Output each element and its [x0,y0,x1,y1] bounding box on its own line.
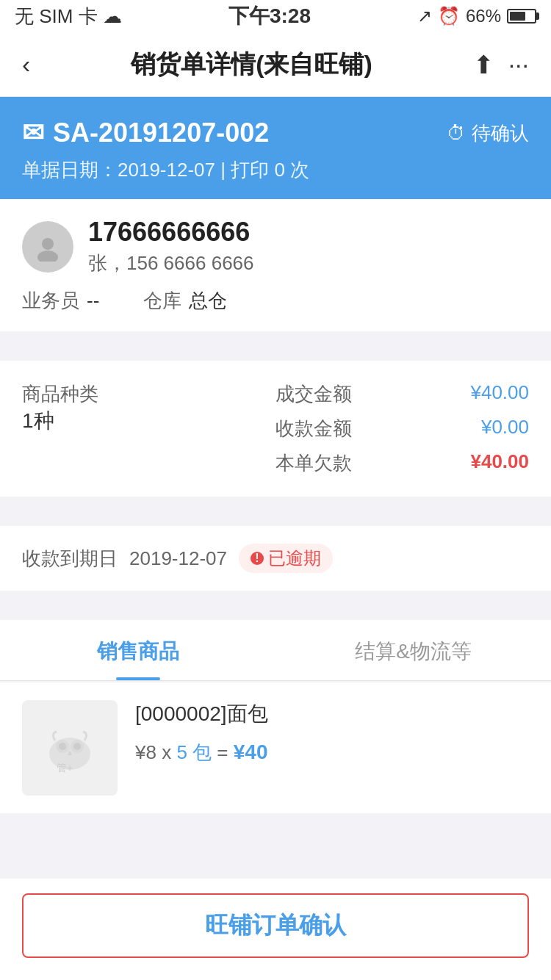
product-name: [0000002]面包 [135,700,529,728]
product-price: ¥8 [135,741,156,763]
received-amount-label: 收款金额 [276,416,352,442]
tab-settlement-logistics[interactable]: 结算&物流等 [276,620,551,680]
customer-section: 17666666666 张，156 6666 6666 业务员 -- 仓库 总仓 [0,199,551,331]
due-date-section: 收款到期日 2019-12-07 ! 已逾期 [0,526,551,591]
product-info: [0000002]面包 ¥8 x 5 包 = ¥40 [135,700,529,765]
svg-text:管+: 管+ [57,762,73,774]
warehouse-label: 仓库 [143,288,181,314]
nav-left: ‹ [22,50,30,79]
confirm-order-button[interactable]: 旺铺订单确认 [22,893,529,958]
svg-point-5 [59,743,66,750]
product-multiply: x [162,741,176,763]
clock-icon: ⏱ [447,122,466,145]
tab-sales-products[interactable]: 销售商品 [0,620,276,680]
divider-3 [0,605,551,620]
product-total: ¥40 [234,741,268,763]
svg-point-1 [37,251,58,262]
order-status: ⏱ 待确认 [447,120,529,146]
product-equals: = [217,741,233,763]
divider-2 [0,511,551,526]
owed-amount-value: ¥40.00 [470,450,529,476]
tabs-header: 销售商品 结算&物流等 [0,620,551,681]
status-left: 无 SIM 卡 ☁ [15,4,122,29]
nav-bar: ‹ 销货单详情(来自旺铺) ⬆ ··· [0,32,551,97]
status-bar: 无 SIM 卡 ☁ 下午3:28 ↗ ⏰ 66% [0,0,551,32]
svg-point-6 [73,743,81,750]
product-types-value: 1种 [22,407,276,435]
confirm-button-wrap: 旺铺订单确认 [0,879,551,980]
product-thumbnail: 管+ [22,700,118,796]
customer-meta: 业务员 -- 仓库 总仓 [22,288,529,314]
sales-person-value: -- [87,289,99,312]
overdue-label: 已逾期 [268,547,321,570]
status-right: ↗ ⏰ 66% [417,6,536,26]
owed-amount-label: 本单欠款 [276,450,352,476]
product-unit: 包 [192,741,212,763]
sales-person-label: 业务员 [22,288,79,314]
customer-phone: 17666666666 [88,217,254,248]
customer-name: 张，156 6666 6666 [88,251,254,276]
order-header-card: ✉ SA-20191207-002 ⏱ 待确认 单据日期：2019-12-07 … [0,97,551,199]
overdue-icon: ! [251,552,264,565]
no-sim-label: 无 SIM 卡 ☁ [15,4,122,29]
product-qty: 5 [176,741,187,763]
deal-amount-value: ¥40.00 [470,381,529,407]
tabs-section: 销售商品 结算&物流等 [0,620,551,681]
page-title: 销货单详情(来自旺铺) [131,48,372,82]
battery-icon [507,9,536,24]
received-amount-value: ¥0.00 [481,416,529,442]
more-button[interactable]: ··· [508,50,529,79]
alarm-icon: ⏰ [438,6,460,26]
back-button[interactable]: ‹ [22,50,30,79]
avatar [22,221,73,273]
due-date-label: 收款到期日 [22,546,118,572]
overdue-badge: ! 已逾期 [239,544,333,573]
product-types-label: 商品种类 [22,381,276,407]
product-item: 管+ [0000002]面包 ¥8 x 5 包 = ¥40 [0,682,551,813]
location-icon: ↗ [417,6,432,26]
product-calculation: ¥8 x 5 包 = ¥40 [135,740,529,765]
divider-1 [0,346,551,361]
due-date-value: 2019-12-07 [129,547,227,570]
battery-label: 66% [466,6,501,26]
warehouse-value: 总仓 [189,288,227,314]
order-number: ✉ SA-20191207-002 [22,118,269,148]
order-date: 单据日期：2019-12-07 | 打印 0 次 [22,157,529,183]
summary-section: 商品种类 1种 成交金额 ¥40.00 收款金额 ¥0.00 本单欠款 ¥40.… [0,361,551,497]
svg-point-0 [42,238,54,250]
status-time: 下午3:28 [228,2,311,30]
deal-amount-label: 成交金额 [276,381,352,407]
nav-right: ⬆ ··· [473,50,529,79]
share-button[interactable]: ⬆ [473,50,494,79]
order-icon: ✉ [22,118,44,148]
